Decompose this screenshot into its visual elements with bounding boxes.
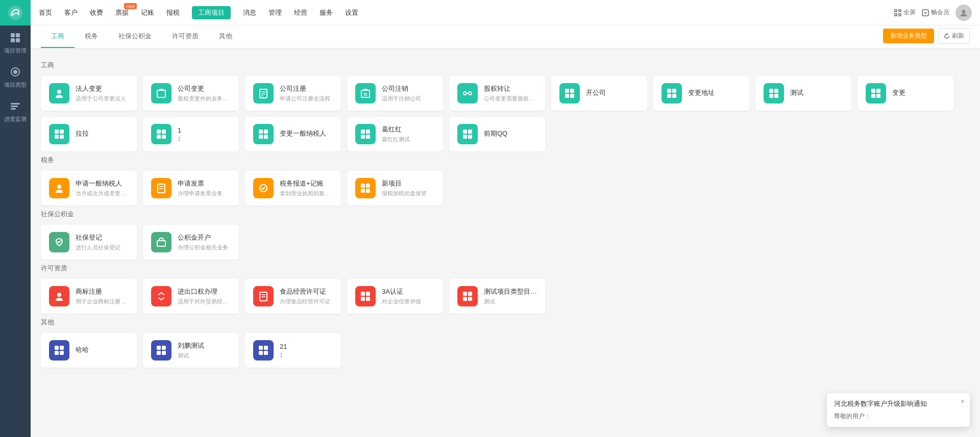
- card-icon-equity-transfer: [457, 83, 478, 104]
- svg-rect-61: [468, 130, 472, 134]
- card-company-cancel[interactable]: 公司注销 适用于注销公司: [347, 76, 443, 111]
- card-desc: 办理公积金相关业务: [178, 244, 231, 251]
- svg-point-16: [962, 10, 966, 13]
- svg-rect-12: [895, 14, 897, 16]
- svg-rect-7: [11, 103, 20, 105]
- svg-rect-91: [162, 346, 166, 350]
- tab-other[interactable]: 其他: [209, 25, 242, 48]
- content-area: 工商 税务 社保公积金 许可资质 其他 新增业务类型 刷新 工商: [31, 25, 980, 437]
- shuiwu-cards: 申请一般纳税人 当月或次月成变更完成 申请发票 办理申请发票业务: [41, 171, 970, 205]
- card-tax-report-accounting[interactable]: 税务报道+记账 拿到营业执照的新公司: [245, 171, 341, 205]
- nav-admin[interactable]: 管理: [268, 6, 282, 19]
- card-liupeng-test[interactable]: 刘鹏测试 测试: [143, 333, 239, 368]
- card-name: 公司变更: [178, 84, 231, 93]
- card-desc: 葛红红测试: [382, 136, 435, 143]
- svg-rect-93: [162, 351, 166, 355]
- svg-point-26: [463, 92, 467, 95]
- card-food-license[interactable]: 食品经营许可证 办理食品经营许可证: [245, 279, 341, 314]
- nav-message[interactable]: 消息: [243, 6, 256, 19]
- card-change-address[interactable]: 变更地址: [653, 76, 749, 111]
- card-twenty-one[interactable]: 21 1: [245, 333, 341, 368]
- card-name: 前期QQ: [484, 129, 537, 138]
- card-desc: 适用于对外贸易经营者: [178, 298, 231, 305]
- card-trademark[interactable]: 商标注册 用于企业商标注册服务: [41, 279, 137, 314]
- svg-rect-13: [899, 14, 901, 16]
- nav-settings[interactable]: 设置: [345, 6, 358, 19]
- nav-ticket[interactable]: 票据 new: [115, 6, 129, 19]
- card-social-register[interactable]: 社保登记 进行人员社保登记: [41, 225, 137, 260]
- card-name: 刘鹏测试: [178, 341, 231, 350]
- card-haha[interactable]: 哈哈: [41, 333, 137, 368]
- svg-rect-88: [55, 351, 59, 355]
- card-icon-haha: [49, 340, 69, 361]
- svg-rect-51: [162, 135, 166, 139]
- nav-billing[interactable]: 收费: [90, 6, 103, 19]
- nav-accounting[interactable]: 记账: [141, 6, 154, 19]
- svg-rect-4: [16, 38, 20, 42]
- card-name: 公积金开户: [178, 233, 231, 242]
- card-test-type[interactable]: 测试项目类型目定义 测试: [449, 279, 545, 314]
- card-new-project[interactable]: 新项目 报税加税控盘保管: [347, 171, 443, 205]
- nav-service[interactable]: 服务: [320, 6, 333, 19]
- svg-rect-43: [876, 94, 880, 98]
- project-manage-icon: [8, 31, 22, 45]
- card-lala[interactable]: 拉拉: [41, 117, 137, 151]
- nav-tax[interactable]: 报税: [166, 6, 180, 19]
- tab-gongshang[interactable]: 工商: [41, 25, 75, 48]
- card-3a-cert[interactable]: 3A认证 对企业信誉评级: [347, 279, 443, 314]
- nav-business[interactable]: 工商项目: [192, 6, 231, 19]
- svg-rect-81: [366, 297, 370, 301]
- svg-rect-35: [672, 94, 676, 98]
- card-legal-change[interactable]: 法人变更 适用于公司变更法人: [41, 76, 137, 111]
- card-company-change[interactable]: 公司变更 股权变更外的业务变更: [143, 76, 239, 111]
- vip-btn[interactable]: 畅会员: [922, 8, 949, 17]
- user-avatar[interactable]: [955, 5, 972, 21]
- nav-customer[interactable]: 客户: [64, 6, 78, 19]
- card-apply-taxpayer[interactable]: 申请一般纳税人 当月或次月成变更完成: [41, 171, 137, 205]
- svg-rect-84: [463, 297, 467, 301]
- sidebar-logo[interactable]: [0, 0, 31, 25]
- card-one[interactable]: 1 1: [143, 117, 239, 151]
- sidebar-item-progress-monitor[interactable]: 进度监测: [0, 94, 31, 128]
- card-company-register[interactable]: 公司注册 申请公司注册全流程: [245, 76, 341, 111]
- svg-rect-94: [259, 346, 263, 350]
- tab-xuke[interactable]: 许可资质: [162, 25, 209, 48]
- svg-rect-72: [366, 189, 370, 193]
- card-icon-fund-open: [151, 232, 172, 252]
- card-apply-invoice[interactable]: 申请发票 办理申请发票业务: [143, 171, 239, 205]
- refresh-label: 刷新: [952, 32, 964, 40]
- sidebar-item-project-type[interactable]: 项目类型: [0, 60, 31, 94]
- nav-home[interactable]: 首页: [39, 6, 52, 19]
- svg-rect-10: [895, 10, 897, 12]
- tab-shebao[interactable]: 社保公积金: [108, 25, 162, 48]
- card-fund-open[interactable]: 公积金开户 办理公积金相关业务: [143, 225, 239, 260]
- card-name: 21: [280, 343, 333, 350]
- card-qianqi-qq[interactable]: 前期QQ: [449, 117, 545, 151]
- sidebar-item-label: 进度监测: [4, 115, 27, 123]
- svg-rect-48: [157, 130, 161, 134]
- card-import-export[interactable]: 进出口权办理 适用于对外贸易经营者: [143, 279, 239, 314]
- new-type-button[interactable]: 新增业务类型: [883, 29, 934, 43]
- card-change-taxpayer[interactable]: 变更一般纳税人: [245, 117, 341, 151]
- svg-rect-54: [259, 135, 263, 139]
- card-test[interactable]: 测试: [755, 76, 851, 111]
- card-guhonghong[interactable]: 葛红红 葛红红测试: [347, 117, 443, 151]
- card-change[interactable]: 变更: [857, 76, 953, 111]
- svg-rect-80: [361, 297, 365, 301]
- svg-rect-79: [366, 292, 370, 296]
- tab-shuiwu[interactable]: 税务: [75, 25, 108, 48]
- refresh-button[interactable]: 刷新: [938, 28, 970, 44]
- notification-close-btn[interactable]: ×: [961, 397, 965, 405]
- nav-operation[interactable]: 经营: [294, 6, 307, 19]
- fullscreen-btn[interactable]: 全屏: [894, 8, 916, 17]
- card-open-company[interactable]: 开公司: [551, 76, 647, 111]
- card-desc: 用于企业商标注册服务: [76, 298, 129, 305]
- svg-rect-56: [361, 130, 365, 134]
- card-icon-legal-change: [49, 83, 69, 104]
- card-equity-transfer[interactable]: 股权转让 公司变更需要股权转让: [449, 76, 545, 111]
- project-type-icon: [8, 65, 22, 79]
- sidebar-item-project-manage[interactable]: 项目管理: [0, 25, 31, 60]
- card-icon-test: [764, 83, 784, 104]
- svg-rect-14: [922, 10, 928, 16]
- topnav: 首页 客户 收费 票据 new 记账 报税 工商项目 消息 管理 经营 服务 设…: [31, 0, 980, 25]
